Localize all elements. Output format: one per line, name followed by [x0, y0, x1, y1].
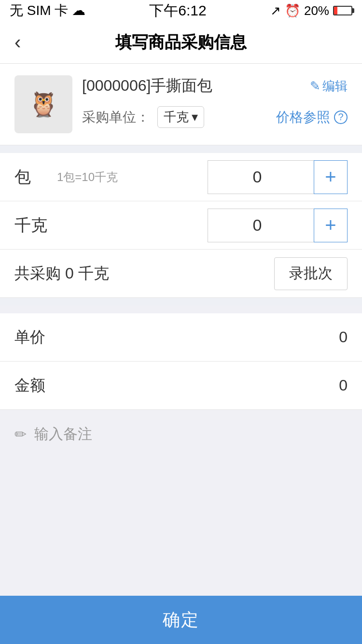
purchase-unit-row: 采购单位： 千克 ▾ 价格参照 ?	[82, 106, 348, 128]
chevron-down-icon: ▾	[192, 110, 198, 125]
unit-price-label: 单价	[14, 327, 45, 348]
amount-value: 0	[339, 377, 348, 394]
price-ref-button[interactable]: 价格参照 ?	[276, 108, 348, 126]
nav-bar: ‹ 填写商品采购信息	[0, 21, 362, 64]
edit-button[interactable]: ✎ 编辑	[310, 78, 348, 95]
kg-input-wrapper: +	[208, 209, 348, 242]
bag-plus-button[interactable]: +	[314, 160, 348, 194]
page-title: 填写商品采购信息	[115, 31, 247, 54]
product-name-row: [0000006]手撕面包 ✎ 编辑	[82, 75, 348, 97]
bag-sublabel: 1包=10千克	[57, 169, 208, 185]
unit-value: 千克	[164, 109, 189, 126]
status-left: 无 SIM 卡 ☁	[10, 1, 85, 20]
kg-plus-button[interactable]: +	[314, 209, 348, 242]
kg-input[interactable]	[208, 209, 314, 242]
notes-placeholder: 输入备注	[34, 424, 92, 444]
status-bar: 无 SIM 卡 ☁ 下午6:12 ↗ ⏰ 20%	[0, 0, 362, 21]
alarm-icon: ⏰	[285, 3, 300, 18]
back-button[interactable]: ‹	[14, 31, 21, 53]
notes-section[interactable]: ✏ 输入备注	[0, 410, 362, 459]
unit-price-row: 单价 0	[0, 313, 362, 362]
amount-row: 金额 0	[0, 362, 362, 410]
price-section: 单价 0 金额 0	[0, 313, 362, 410]
location-icon: ↗	[270, 3, 281, 18]
unit-price-value: 0	[339, 328, 348, 346]
status-right: ↗ ⏰ 20%	[270, 3, 352, 18]
unit-select[interactable]: 千克 ▾	[157, 106, 204, 128]
product-name: [0000006]手撕面包	[82, 75, 212, 97]
edit-label: 编辑	[322, 78, 348, 95]
content-area	[0, 459, 362, 603]
purchase-unit-label: 采购单位：	[82, 108, 150, 126]
summary-row: 共采购 0 千克 录批次	[0, 250, 362, 298]
sim-text: 无 SIM 卡 ☁	[10, 1, 85, 20]
summary-text: 共采购 0 千克	[14, 263, 109, 284]
confirm-button[interactable]: 确定	[0, 596, 362, 644]
amount-label: 金额	[14, 375, 45, 396]
divider-1	[0, 145, 362, 153]
product-info: [0000006]手撕面包 ✎ 编辑 采购单位： 千克 ▾ 价格参照 ?	[82, 75, 348, 128]
product-card: 🦉 [0000006]手撕面包 ✎ 编辑 采购单位： 千克 ▾ 价格参照 ?	[0, 64, 362, 145]
status-time: 下午6:12	[149, 1, 206, 21]
product-logo: 🦉	[28, 90, 58, 118]
product-image: 🦉	[14, 75, 72, 133]
kg-input-row: 千克 +	[0, 201, 362, 250]
bag-input-wrapper: +	[208, 160, 348, 194]
price-ref-label: 价格参照	[276, 108, 330, 126]
edit-icon: ✎	[310, 79, 320, 94]
help-icon: ?	[334, 111, 348, 124]
battery-text: 20%	[304, 3, 329, 18]
battery-icon	[333, 6, 352, 15]
bag-input-row: 包 1包=10千克 +	[0, 153, 362, 201]
bag-input[interactable]	[208, 160, 314, 194]
kg-label: 千克	[14, 214, 53, 237]
batch-button[interactable]: 录批次	[274, 257, 348, 290]
bag-label: 包	[14, 166, 53, 188]
pencil-icon: ✏	[14, 426, 27, 443]
input-section: 包 1包=10千克 + 千克 + 共采购 0 千克 录批次	[0, 153, 362, 298]
divider-2	[0, 298, 362, 306]
